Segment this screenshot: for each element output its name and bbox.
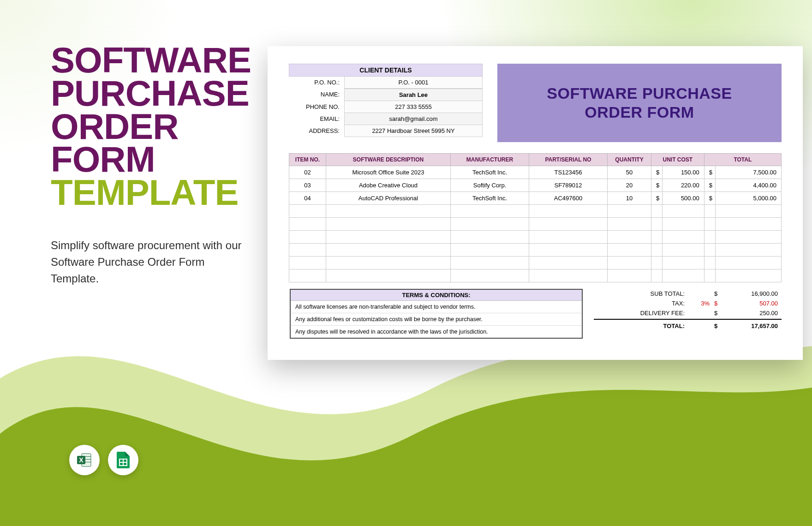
table-row-empty [289, 205, 782, 218]
terms-header: TERMS & CONDITIONS: [291, 290, 582, 301]
table-row-empty [289, 244, 782, 257]
tax-value: 507.00 [726, 300, 782, 307]
column-header: ITEM NO. [289, 154, 326, 166]
column-header: QUANTITY [608, 154, 651, 166]
tax-percent: 3% [691, 300, 714, 307]
grand-total-label: TOTAL: [594, 323, 691, 329]
table-row: 03Adobe Creative CloudSoftify Corp.SF789… [289, 179, 782, 192]
banner-line: SOFTWARE PURCHASE [547, 84, 732, 103]
client-field-value: 2227 Hardboar Street 5995 NY [344, 125, 483, 137]
title-line: SOFTWARE [51, 44, 263, 77]
banner-line: ORDER FORM [547, 103, 732, 122]
tax-label: TAX: [594, 300, 691, 307]
delivery-label: DELIVERY FEE: [594, 310, 691, 317]
currency-symbol: $ [714, 323, 726, 329]
grand-total-value: 17,657.00 [726, 323, 782, 329]
client-field-label: P.O. NO.: [289, 77, 344, 89]
client-field-label: NAME: [289, 89, 344, 101]
title-line: FORM [51, 143, 263, 176]
subtotal-value: 16,900.00 [726, 290, 782, 297]
title-line: ORDER [51, 110, 263, 143]
title-line: PURCHASE [51, 77, 263, 110]
currency-symbol: $ [714, 310, 726, 317]
column-header: SOFTWARE DESCRIPTION [326, 154, 451, 166]
terms-line: Any additional fees or customization cos… [291, 313, 582, 326]
table-row: 04AutoCAD ProfessionalTechSoft Inc.AC497… [289, 192, 782, 205]
column-header: PART/SERIAL NO [529, 154, 608, 166]
client-field-value: sarah@gmail.com [344, 113, 483, 125]
client-field-value: 227 333 5555 [344, 101, 483, 113]
delivery-value: 250.00 [726, 310, 782, 317]
svg-text:X: X [79, 456, 84, 464]
totals-box: SUB TOTAL: $ 16,900.00 TAX: 3% $ 507.00 … [594, 289, 782, 331]
table-row-empty [289, 269, 782, 282]
client-field-label: ADDRESS: [289, 125, 344, 137]
column-header: MANUFACTURER [451, 154, 529, 166]
client-details-header: CLIENT DETAILS [289, 64, 483, 77]
left-pane: SOFTWARE PURCHASE ORDER FORM TEMPLATE Si… [51, 44, 263, 287]
title-line-accent: TEMPLATE [51, 176, 263, 209]
terms-box: TERMS & CONDITIONS: All software license… [290, 289, 583, 339]
form-title-banner: SOFTWARE PURCHASE ORDER FORM [497, 64, 782, 142]
client-field-value: P.O. - 0001 [344, 77, 483, 89]
items-table: ITEM NO.SOFTWARE DESCRIPTIONMANUFACTURER… [289, 153, 782, 282]
file-icons: X [69, 445, 138, 475]
currency-symbol: $ [714, 300, 726, 307]
subtotal-label: SUB TOTAL: [594, 290, 691, 297]
terms-line: All software licenses are non-transferab… [291, 301, 582, 313]
client-details-box: CLIENT DETAILS P.O. NO.:P.O. - 0001NAME:… [289, 64, 483, 142]
terms-line: Any disputes will be resolved in accorda… [291, 326, 582, 338]
currency-symbol: $ [714, 290, 726, 297]
client-field-label: EMAIL: [289, 113, 344, 125]
table-row-empty [289, 218, 782, 231]
column-header: TOTAL [704, 154, 781, 166]
client-field-label: PHONE NO. [289, 101, 344, 113]
table-row-empty [289, 231, 782, 244]
excel-icon[interactable]: X [69, 445, 100, 475]
client-field-value: Sarah Lee [344, 89, 483, 101]
template-preview: CLIENT DETAILS P.O. NO.:P.O. - 0001NAME:… [268, 46, 803, 360]
column-header: UNIT COST [651, 154, 705, 166]
page-subtitle: Simplify software procurement with our S… [51, 237, 249, 287]
page-title: SOFTWARE PURCHASE ORDER FORM TEMPLATE [51, 44, 263, 209]
google-sheets-icon[interactable] [108, 445, 138, 475]
table-row-empty [289, 257, 782, 269]
table-row: 02Microsoft Office Suite 2023TechSoft In… [289, 166, 782, 179]
